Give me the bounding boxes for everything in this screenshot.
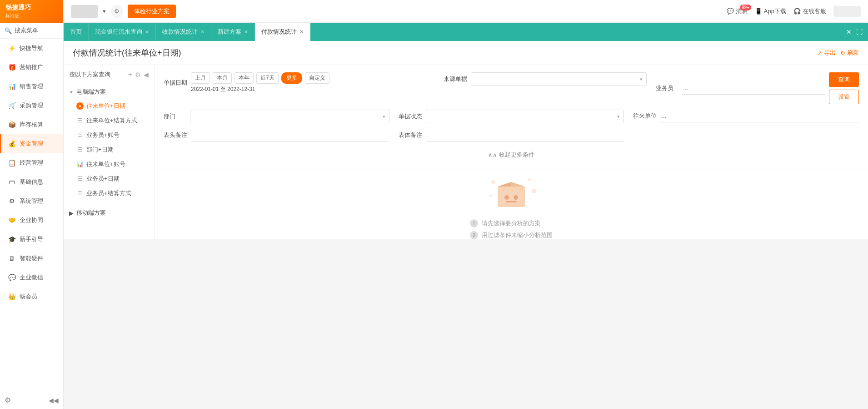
source-doc-select[interactable]: ▾ <box>471 72 647 86</box>
result-area: 1 请先选择要分析的方案 2 用过滤条件来缩小分析范围 <box>155 168 868 239</box>
sidebar: 畅捷通巧 标准版 🔍 搜索菜单 ⚡ 快捷导航 🎁 营销推广 📊 销售管理 🛒 <box>0 0 64 409</box>
tab-receipt-stat-close[interactable]: ✕ <box>200 29 205 35</box>
tab-cash-flow-close[interactable]: ✕ <box>145 29 149 35</box>
table-header-note-input[interactable] <box>191 129 389 141</box>
scheme-icon: ☰ <box>76 131 84 139</box>
company-dropdown[interactable]: ▾ <box>103 8 106 15</box>
mobile-scheme-group: ▶ 移动端方案 <box>64 203 154 222</box>
tab-payment-stat[interactable]: 付款情况统计 ✕ <box>255 23 310 41</box>
sidebar-item-quick-nav[interactable]: ⚡ 快捷导航 <box>0 39 63 58</box>
sidebar-item-label: 采购管理 <box>20 101 43 110</box>
sidebar-item-smart-hw[interactable]: 🖥 智能硬件 <box>0 249 63 268</box>
staff-label: 业务员 <box>656 84 678 92</box>
collapse-more-btn[interactable]: ∧∧ 收起更多条件 <box>488 151 534 159</box>
online-service-btn[interactable]: 🎧 在线客服 <box>793 7 826 15</box>
sidebar-item-sales[interactable]: 📊 销售管理 <box>0 77 63 96</box>
scheme-settings-btn[interactable]: ⚙ <box>135 71 141 78</box>
settings-btn-top[interactable]: ⚙ <box>110 5 123 18</box>
right-panel: 单据日期 上月 本月 本年 近7天 更多 自定义 <box>155 65 868 239</box>
user-avatar[interactable] <box>833 6 861 17</box>
empty-hints: 1 请先选择要分析的方案 2 用过滤条件来缩小分析范围 <box>470 219 553 239</box>
tab-new-scheme-close[interactable]: ✕ <box>244 29 248 35</box>
active-scheme-icon: ● <box>76 102 84 110</box>
app-icon: 📱 <box>755 8 762 15</box>
page-title: 付款情况统计(往来单位+日期) <box>73 47 181 58</box>
sidebar-item-sys-mgmt[interactable]: ⚙ 系统管理 <box>0 192 63 211</box>
tab-cash-flow[interactable]: 现金银行流水查询 ✕ <box>89 23 156 41</box>
scheme-item-staff-settle[interactable]: ☰ 业务员+结算方式 <box>64 186 154 201</box>
filter-action-buttons: 查询 设置 <box>829 72 859 104</box>
table-body-note-input[interactable] <box>426 129 624 141</box>
date-btn-this-year[interactable]: 本年 <box>234 72 254 84</box>
scheme-panel-header: 按以下方案查询 + ⚙ ◀ <box>64 71 154 82</box>
doc-status-arrow: ▾ <box>617 114 620 120</box>
doc-status-label: 单据状态 <box>399 112 422 121</box>
sidebar-item-new-guide[interactable]: 🎓 新手引导 <box>0 230 63 249</box>
scheme-collapse-btn[interactable]: ◀ <box>144 71 149 78</box>
sidebar-item-member[interactable]: 👑 畅会员 <box>0 287 63 306</box>
empty-hint-2: 2 用过滤条件来缩小分析范围 <box>470 231 553 239</box>
tab-home[interactable]: 首页 <box>64 23 89 41</box>
scheme-item-staff-account[interactable]: ☰ 业务员+账号 <box>64 128 154 142</box>
sidebar-item-finance[interactable]: 💰 资金管理 <box>0 134 63 153</box>
export-btn[interactable]: ↗ 导出 <box>817 49 836 57</box>
refresh-btn[interactable]: ↻ 刷新 <box>840 49 859 57</box>
service-icon: 🎧 <box>793 8 801 15</box>
sidebar-item-inventory[interactable]: 📦 库存核算 <box>0 115 63 134</box>
settings-btn[interactable]: 设置 <box>829 90 859 104</box>
sidebar-item-corp-collab[interactable]: 🤝 企业协同 <box>0 211 63 230</box>
sidebar-item-basic-info[interactable]: 🗃 基础信息 <box>0 172 63 192</box>
empty-illustration <box>484 168 539 214</box>
scheme-item-staff-date[interactable]: ☰ 业务员+日期 <box>64 172 154 186</box>
query-btn[interactable]: 查询 <box>829 72 859 87</box>
scheme-item-partner-date[interactable]: ● 往来单位+日期 <box>64 99 154 113</box>
filter-source-doc: 来源单据 ▾ <box>444 72 647 86</box>
scheme-item-label: 业务员+结算方式 <box>86 189 131 197</box>
date-btn-last-month[interactable]: 上月 <box>191 72 210 84</box>
sidebar-item-label: 畅会员 <box>20 293 37 301</box>
partner-input[interactable] <box>660 110 859 122</box>
company-avatar <box>71 5 98 18</box>
scheme-item-dept-date[interactable]: ☰ 部门+日期 <box>64 142 154 157</box>
date-btn-last-7[interactable]: 近7天 <box>256 72 279 84</box>
app-download-btn[interactable]: 📱 App下载 <box>755 7 786 15</box>
staff-input[interactable] <box>682 82 825 95</box>
sidebar-item-label: 企业微信 <box>20 273 43 282</box>
desktop-group-arrow: ▼ <box>69 90 74 95</box>
tab-maximize-icon[interactable]: ⛶ <box>856 28 863 35</box>
sidebar-item-marketing[interactable]: 🎁 营销推广 <box>0 58 63 77</box>
try-industry-btn[interactable]: 体验行业方案 <box>128 5 176 18</box>
content-area: 付款情况统计(往来单位+日期) ↗ 导出 ↻ 刷新 按 <box>64 41 868 409</box>
mobile-group-title[interactable]: ▶ 移动端方案 <box>64 206 154 220</box>
tab-close-all-icon[interactable]: ✕ <box>846 28 852 35</box>
sidebar-item-operation[interactable]: 📋 经营管理 <box>0 153 63 172</box>
sidebar-search-label: 搜索菜单 <box>15 26 38 35</box>
notifications-btn[interactable]: 💬 消息 99+ <box>727 7 748 15</box>
desktop-scheme-group-title[interactable]: ▼ 电脑端方案 <box>64 85 154 99</box>
dept-select[interactable]: ▾ <box>190 110 389 123</box>
sidebar-settings-icon[interactable]: ⚙ <box>5 396 11 404</box>
filter-date-item: 单据日期 上月 本月 本年 近7天 更多 自定义 <box>164 72 434 93</box>
tab-new-scheme[interactable]: 新建方案 ✕ <box>211 23 255 41</box>
purchase-icon: 🛒 <box>8 101 16 110</box>
date-btn-this-month[interactable]: 本月 <box>213 72 232 84</box>
scheme-icon: ☰ <box>76 175 84 182</box>
doc-status-select[interactable]: ▾ <box>426 110 624 123</box>
tab-receipt-stat[interactable]: 收款情况统计 ✕ <box>156 23 211 41</box>
sidebar-item-purchase[interactable]: 🛒 采购管理 <box>0 96 63 115</box>
tab-payment-stat-close[interactable]: ✕ <box>299 29 304 35</box>
scheme-add-btn[interactable]: + <box>128 71 132 79</box>
date-btn-custom[interactable]: 自定义 <box>305 72 329 84</box>
sidebar-item-corp-wechat[interactable]: 💬 企业微信 <box>0 268 63 287</box>
scheme-item-partner-settle[interactable]: ☰ 往来单位+结算方式 <box>64 113 154 128</box>
corp-collab-icon: 🤝 <box>8 216 16 224</box>
scheme-item-partner-account[interactable]: 📊 往来单位+账号 <box>64 157 154 172</box>
date-btn-more[interactable]: 更多 <box>281 72 302 84</box>
refresh-icon: ↻ <box>840 50 845 56</box>
svg-point-7 <box>491 180 495 184</box>
scheme-item-label: 往来单位+日期 <box>86 102 125 110</box>
filter-row-3: 表头备注 表体备注 <box>164 129 859 141</box>
sidebar-search[interactable]: 🔍 搜索菜单 <box>0 23 63 39</box>
sidebar-collapse-icon[interactable]: ◀◀ <box>49 397 59 404</box>
scheme-item-label: 往来单位+账号 <box>86 160 125 168</box>
